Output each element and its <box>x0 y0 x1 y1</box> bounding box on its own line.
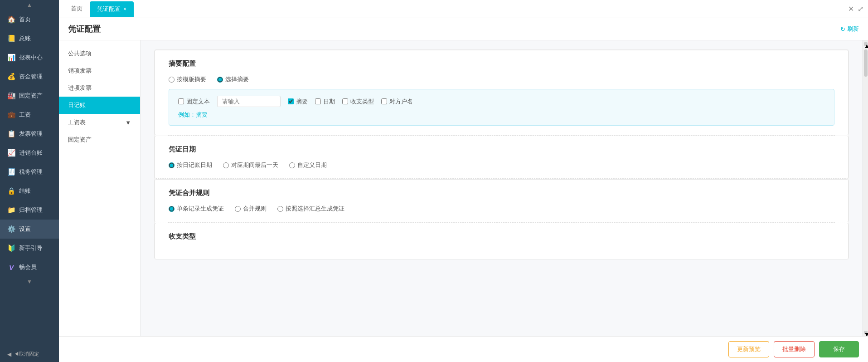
merge-rules-title: 凭证合并规则 <box>169 189 834 197</box>
merge-radio-rule[interactable]: 合并规则 <box>235 205 267 213</box>
sidebar-item-sales[interactable]: 📈 进销台账 <box>0 143 59 162</box>
tab-close-button[interactable]: × <box>123 6 126 12</box>
checkbox-date[interactable]: 日期 <box>315 98 335 106</box>
fixed-text-input[interactable] <box>217 96 281 107</box>
nav-purchase-invoice[interactable]: 进项发票 <box>59 79 140 97</box>
asset-icon: 🏭 <box>7 92 15 100</box>
tab-home[interactable]: 首页 <box>63 1 90 17</box>
sidebar-item-report[interactable]: 📊 报表中心 <box>0 48 59 67</box>
merge-radio-aggregate[interactable]: 按照选择汇总生成凭证 <box>277 205 344 213</box>
sidebar-item-archive[interactable]: 📁 归档管理 <box>0 201 59 220</box>
nav-sales-invoice[interactable]: 销项发票 <box>59 62 140 79</box>
tab-bar: 首页 凭证配置 × ✕ ⤢ <box>59 0 868 18</box>
refresh-icon: ↻ <box>840 26 845 33</box>
scrollbar-up[interactable]: ▲ <box>864 42 868 46</box>
checkbox-counterparty[interactable]: 对方户名 <box>381 98 413 106</box>
unpin-icon: ◀ <box>7 351 11 357</box>
sections-wrapper: 摘要配置 按模版摘要 选择摘要 <box>154 49 849 259</box>
summary-radio-select[interactable]: 选择摘要 <box>217 75 249 83</box>
ledger-icon: 📒 <box>7 34 15 43</box>
merge-radio-rule-input[interactable] <box>235 206 241 212</box>
checkbox-income-type[interactable]: 收支类型 <box>342 98 374 106</box>
refresh-button[interactable]: ↻ 刷新 <box>840 25 859 33</box>
merge-radio-single-input[interactable] <box>169 206 175 212</box>
sidebar-unpin[interactable]: ◀ ◀取消固定 <box>0 346 59 362</box>
merge-radio-single[interactable]: 单条记录生成凭证 <box>169 205 224 213</box>
batch-delete-button[interactable]: 批量删除 <box>774 341 815 357</box>
checkbox-date-input[interactable] <box>315 98 321 104</box>
scrollbar-down[interactable]: ▼ <box>864 331 868 334</box>
sidebar-item-tax[interactable]: 🧾 税务管理 <box>0 162 59 181</box>
checkbox-fixed-text-input[interactable] <box>178 98 184 104</box>
checkbox-fixed-text[interactable]: 固定文本 <box>178 98 210 106</box>
summary-config-box: 固定文本 摘要 日期 <box>169 89 834 126</box>
checkbox-summary-input[interactable] <box>288 98 294 104</box>
nav-journal[interactable]: 日记账 <box>59 97 140 114</box>
tab-bar-actions: ✕ ⤢ <box>848 5 863 13</box>
invoice-icon: 📋 <box>7 130 15 138</box>
summary-radio-select-input[interactable] <box>217 77 223 83</box>
nav-public[interactable]: 公共选项 <box>59 45 140 62</box>
sidebar-item-invoice[interactable]: 📋 发票管理 <box>0 124 59 143</box>
main-container: 首页 凭证配置 × ✕ ⤢ 凭证配置 ↻ 刷新 公共选项 销项发票 进 <box>59 0 868 362</box>
member-icon: V <box>7 264 15 271</box>
sidebar-item-salary[interactable]: 💼 工资 <box>0 105 59 124</box>
income-type-title: 收支类型 <box>169 232 834 241</box>
save-button[interactable]: 保存 <box>819 341 859 357</box>
sales-icon: 📈 <box>7 149 15 157</box>
window-expand-icon[interactable]: ⤢ <box>858 5 863 13</box>
voucher-date-title: 凭证日期 <box>169 145 834 154</box>
summary-radio-template-input[interactable] <box>169 77 175 83</box>
voucher-date-radio-group: 按日记账日期 对应期间最后一天 自定义日期 <box>169 161 834 169</box>
sidebar-scroll-up[interactable]: ▲ <box>0 0 59 10</box>
page-header: 凭证配置 ↻ 刷新 <box>59 18 868 40</box>
date-radio-last-day-input[interactable] <box>223 162 229 168</box>
close-account-icon: 🔒 <box>7 187 15 195</box>
sidebar-item-close[interactable]: 🔒 结账 <box>0 181 59 201</box>
summary-radio-group: 按模版摘要 选择摘要 <box>169 75 834 83</box>
summary-config-row: 固定文本 摘要 日期 <box>178 96 825 107</box>
page-title: 凭证配置 <box>68 24 101 34</box>
summary-section-title: 摘要配置 <box>169 59 834 68</box>
date-radio-journal[interactable]: 按日记账日期 <box>169 161 212 169</box>
guide-icon: 🔰 <box>7 244 15 252</box>
voucher-date-section: 凭证日期 按日记账日期 对应期间最后一天 自定义日期 <box>155 136 849 179</box>
home-icon: 🏠 <box>7 15 15 24</box>
right-content: 摘要配置 按模版摘要 选择摘要 <box>141 40 863 336</box>
window-close-icon[interactable]: ✕ <box>848 5 854 13</box>
date-radio-journal-input[interactable] <box>169 162 175 168</box>
sidebar-item-settings[interactable]: ⚙️ 设置 <box>0 220 59 239</box>
summary-radio-template[interactable]: 按模版摘要 <box>169 75 206 83</box>
sidebar-item-fund[interactable]: 💰 资金管理 <box>0 67 59 86</box>
nav-payroll[interactable]: 工资表 ▼ <box>59 114 140 131</box>
archive-icon: 📁 <box>7 206 15 214</box>
merge-rules-section: 凭证合并规则 单条记录生成凭证 合并规则 按照选择汇总生成凭证 <box>155 179 849 222</box>
date-radio-custom[interactable]: 自定义日期 <box>289 161 327 169</box>
sidebar-scroll-down[interactable]: ▼ <box>0 277 59 287</box>
scrollbar-thumb[interactable] <box>864 49 868 77</box>
merge-radio-aggregate-input[interactable] <box>277 206 283 212</box>
report-icon: 📊 <box>7 54 15 62</box>
sidebar-item-ledger[interactable]: 📒 总账 <box>0 29 59 48</box>
date-radio-last-day[interactable]: 对应期间最后一天 <box>223 161 278 169</box>
settings-icon: ⚙️ <box>7 225 15 233</box>
summary-config-section: 摘要配置 按模版摘要 选择摘要 <box>155 50 849 135</box>
nav-fixed-asset[interactable]: 固定资产 <box>59 131 140 148</box>
sidebar: ▲ 🏠 首页 📒 总账 📊 报表中心 💰 资金管理 🏭 固定资产 💼 工资 📋 … <box>0 0 59 362</box>
checkbox-summary[interactable]: 摘要 <box>288 98 308 106</box>
checkbox-counterparty-input[interactable] <box>381 98 387 104</box>
bottom-bar: 更新预览 批量删除 保存 <box>59 336 868 362</box>
sidebar-item-asset[interactable]: 🏭 固定资产 <box>0 86 59 105</box>
chevron-down-icon: ▼ <box>125 119 131 126</box>
merge-rules-radio-group: 单条记录生成凭证 合并规则 按照选择汇总生成凭证 <box>169 205 834 213</box>
tab-voucher-config[interactable]: 凭证配置 × <box>90 1 134 17</box>
income-type-section: 收支类型 <box>155 223 849 259</box>
sidebar-item-home[interactable]: 🏠 首页 <box>0 10 59 29</box>
date-radio-custom-input[interactable] <box>289 162 295 168</box>
checkbox-income-type-input[interactable] <box>342 98 348 104</box>
content-area: 公共选项 销项发票 进项发票 日记账 工资表 ▼ 固定资产 <box>59 40 868 336</box>
left-nav: 公共选项 销项发票 进项发票 日记账 工资表 ▼ 固定资产 <box>59 40 141 336</box>
sidebar-item-member[interactable]: V 畅会员 <box>0 258 59 277</box>
sidebar-item-guide[interactable]: 🔰 新手引导 <box>0 239 59 258</box>
update-preview-button[interactable]: 更新预览 <box>728 341 769 357</box>
